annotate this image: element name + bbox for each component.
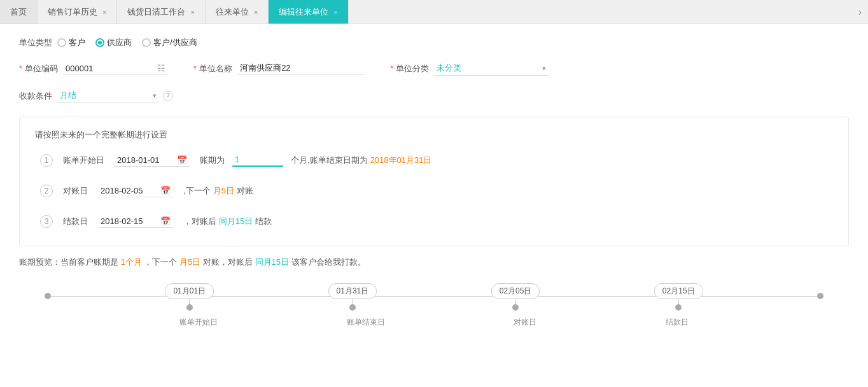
timeline-spacer-right	[817, 317, 823, 328]
timeline-spacer-left	[45, 317, 51, 328]
date-field-1[interactable]	[117, 155, 174, 165]
payment-terms-help[interactable]: ?	[163, 91, 173, 101]
payment-terms-row: 收款条件 月结 ▾ ?	[19, 88, 849, 103]
timeline-container: 01月01日 01月31日 02月05日 02月15日	[19, 283, 849, 328]
unit-type-row: 单位类型 客户 供应商 客户/供应商	[19, 37, 849, 48]
unit-category-arrow: ▾	[542, 64, 546, 73]
period-num-1: 1	[40, 154, 53, 167]
radio-customer[interactable]: 客户	[57, 37, 85, 48]
date-field-3[interactable]	[101, 216, 158, 226]
unit-category-required: *	[390, 64, 393, 73]
timeline-left-end	[45, 283, 51, 299]
timeline-dot-2	[349, 304, 356, 311]
unit-name-required: *	[193, 64, 197, 73]
period-box: 请按照未来的一个完整帐期进行设置 1 账单开始日 📅 账期为 个月,账单结束日期…	[19, 116, 849, 246]
tab-cash-workbench[interactable]: 钱货日清工作台 ×	[117, 0, 205, 24]
timeline-stem-2	[352, 299, 353, 304]
close-partner-units[interactable]: ×	[254, 8, 258, 16]
period-num-2: 2	[40, 185, 53, 197]
timeline-labels: 账单开始日 账单结束日 对账日 结款日	[45, 313, 823, 328]
unit-code-label: 单位编码	[25, 63, 58, 74]
period-suffix-after-1: 个月,账单结束日期为	[291, 155, 368, 166]
period-suffix-2: 对账	[237, 185, 253, 197]
unit-code-group: * 单位编码 ☷	[19, 62, 168, 75]
calendar-icon-2[interactable]: 📅	[160, 186, 171, 195]
period-suffix-3: 结款	[255, 216, 272, 227]
date-input-1: 📅	[115, 154, 190, 167]
timeline-end-dot-right	[817, 293, 823, 299]
timeline-dot-3	[512, 304, 519, 311]
tab-bar: 首页 销售订单历史 × 钱货日清工作台 × 往来单位 × 编辑往来单位 × ›	[0, 0, 868, 24]
tab-sales-history[interactable]: 销售订单历史 ×	[38, 0, 117, 24]
timeline-label-4: 结款日	[666, 317, 689, 328]
radio-supplier-circle	[95, 38, 104, 47]
timeline-label-2: 账单结束日	[347, 317, 385, 328]
period-num-3: 3	[40, 215, 53, 228]
timeline-dot-4	[675, 304, 682, 311]
payment-terms-arrow: ▾	[153, 92, 157, 100]
close-cash-workbench[interactable]: ×	[190, 8, 194, 16]
unit-info-row: * 单位编码 ☷ * 单位名称 * 单位分类 未分类 ▾	[19, 61, 849, 76]
unit-code-required: *	[19, 64, 22, 73]
timeline-node-2: 01月31日	[328, 283, 377, 311]
timeline-stem-1	[189, 299, 190, 304]
unit-name-group: * 单位名称	[193, 62, 365, 75]
timeline-dot-1	[186, 304, 193, 311]
timeline-label-1: 账单开始日	[179, 317, 218, 328]
period-day-highlight-3: 同月15日	[219, 216, 253, 227]
radio-supplier[interactable]: 供应商	[95, 37, 132, 48]
preview-text: 账期预览：当前客户账期是 1个月 ，下一个 月5日 对账，对账后 同月15日 该…	[19, 257, 849, 268]
timeline-node-1: 01月01日	[165, 283, 214, 311]
unit-code-input-wrap: ☷	[63, 62, 168, 75]
unit-code-input[interactable]	[66, 64, 155, 73]
period-suffix-before-1: 账期为	[200, 155, 225, 166]
period-row-2: 2 对账日 📅 ,下一个 月5日 对账	[35, 185, 833, 197]
main-content: 单位类型 客户 供应商 客户/供应商 * 单位编码	[0, 24, 868, 387]
date-input-2: 📅	[98, 185, 173, 197]
close-sales-history[interactable]: ×	[102, 8, 106, 16]
date-input-3: 📅	[98, 215, 173, 228]
unit-name-input[interactable]	[237, 62, 365, 75]
tab-partner-units[interactable]: 往来单位 ×	[206, 0, 269, 24]
timeline-node-4: 02月15日	[654, 283, 703, 311]
calendar-icon-1[interactable]: 📅	[177, 155, 187, 165]
timeline-node-3: 02月05日	[491, 283, 540, 311]
payment-terms-select[interactable]: 月结 ▾	[57, 88, 159, 103]
period-label-2: 对账日	[63, 185, 88, 197]
close-edit-partner[interactable]: ×	[333, 8, 337, 16]
timeline-badge-3: 02月05日	[491, 283, 540, 299]
timeline-stem-3	[515, 299, 516, 304]
timeline-end-dot-left	[45, 293, 51, 299]
date-field-2[interactable]	[101, 186, 158, 195]
calendar-icon-3[interactable]: 📅	[160, 216, 171, 226]
timeline-stem-4	[678, 299, 679, 304]
unit-name-label: 单位名称	[199, 63, 232, 74]
timeline-badge-4: 02月15日	[654, 283, 703, 299]
unit-category-select[interactable]: 未分类 ▾	[434, 61, 549, 76]
period-label-1: 账单开始日	[63, 155, 104, 166]
radio-customer-circle	[57, 38, 66, 47]
period-end-date: 2018年01月31日	[370, 155, 432, 166]
timeline-right-end	[817, 283, 823, 299]
unit-code-icon: ☷	[157, 63, 165, 73]
unit-category-value: 未分类	[437, 62, 540, 74]
period-prefix-3: ，对账后	[183, 216, 216, 227]
tab-more-button[interactable]: ›	[852, 6, 868, 18]
timeline-label-3: 对账日	[514, 317, 536, 328]
period-day-highlight-2: 月5日	[213, 185, 234, 197]
period-prefix-2: ,下一个	[183, 185, 211, 197]
payment-terms-group: 收款条件 月结 ▾ ?	[19, 88, 173, 103]
unit-type-radios: 客户 供应商 客户/供应商	[57, 37, 197, 48]
tab-edit-partner[interactable]: 编辑往来单位 ×	[269, 0, 348, 24]
period-months-input[interactable]	[232, 153, 283, 167]
radio-both-circle	[142, 38, 151, 47]
unit-category-group: * 单位分类 未分类 ▾	[390, 61, 549, 76]
tab-home[interactable]: 首页	[0, 0, 38, 24]
period-label-3: 结款日	[63, 216, 88, 227]
payment-terms-label: 收款条件	[19, 90, 52, 102]
payment-terms-value: 月结	[60, 90, 150, 101]
radio-both[interactable]: 客户/供应商	[142, 37, 197, 48]
timeline-nodes: 01月01日 01月31日 02月05日 02月15日	[45, 283, 823, 311]
period-row-3: 3 结款日 📅 ，对账后 同月15日 结款	[35, 215, 833, 228]
period-row-1: 1 账单开始日 📅 账期为 个月,账单结束日期为 2018年01月31日	[35, 153, 833, 167]
